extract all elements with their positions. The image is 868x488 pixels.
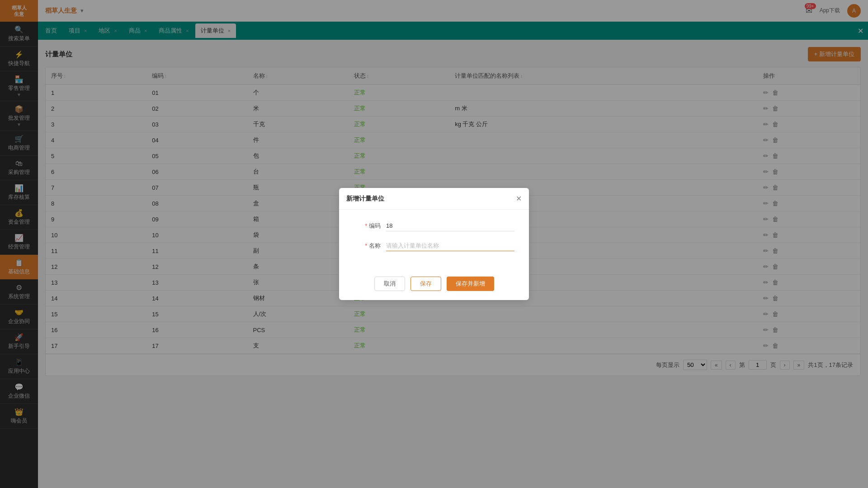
modal-title: 新增计量单位 [346, 195, 384, 203]
modal-header: 新增计量单位 ✕ [339, 188, 529, 210]
modal-body: * 编码 * 名称 [339, 210, 529, 271]
save-and-new-button[interactable]: 保存并新增 [447, 277, 494, 291]
name-label: * 名称 [354, 242, 381, 250]
modal-footer: 取消 保存 保存并新增 [339, 271, 529, 300]
add-measure-unit-modal: 新增计量单位 ✕ * 编码 * 名称 取消 保存 保存并新增 [339, 188, 529, 300]
name-form-row: * 名称 [354, 240, 514, 251]
name-required-mark: * [365, 242, 367, 249]
code-input[interactable] [386, 221, 514, 231]
code-label: * 编码 [354, 222, 381, 230]
code-label-text: 编码 [369, 222, 381, 229]
modal-close-button[interactable]: ✕ [516, 194, 522, 203]
name-label-text: 名称 [369, 242, 381, 249]
code-required-mark: * [365, 222, 367, 229]
save-button[interactable]: 保存 [410, 277, 441, 291]
modal-overlay[interactable]: 新增计量单位 ✕ * 编码 * 名称 取消 保存 保存并新增 [0, 0, 868, 488]
code-form-row: * 编码 [354, 221, 514, 231]
cancel-button[interactable]: 取消 [374, 277, 405, 291]
name-input[interactable] [386, 240, 514, 251]
